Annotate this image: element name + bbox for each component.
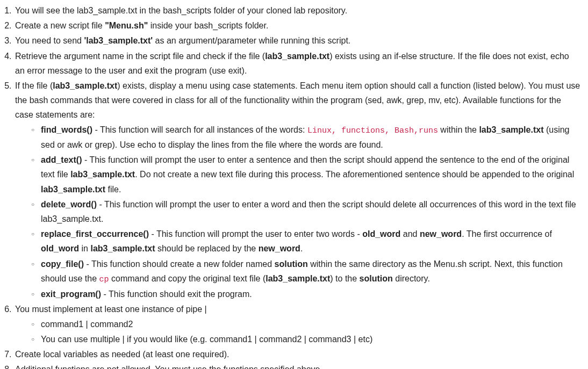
bold-text: new_word	[259, 244, 300, 253]
instruction-item: You must implement at least one instance…	[14, 302, 580, 346]
sub-list-item: exit_program() - This function should ex…	[31, 287, 580, 301]
text: .	[300, 244, 303, 253]
instruction-item: Create local variables as needed (at lea…	[14, 347, 580, 361]
text: file.	[105, 185, 121, 194]
text: You can use multiple | if you would like…	[41, 335, 372, 344]
text: directory.	[393, 274, 430, 283]
sub-list: find_words() - This function will search…	[15, 122, 580, 302]
text: - This function will prompt the user to …	[41, 200, 576, 223]
instruction-item: Create a new script file Menu.sh inside …	[14, 18, 580, 33]
instruction-item: You need to send lab3_sample.txt as an a…	[14, 33, 580, 48]
instruction-item: Additional functions are not allowed. Yo…	[14, 362, 580, 369]
bold-text: copy_file()	[41, 259, 84, 269]
bold-text: old_word	[41, 244, 79, 253]
sub-list-item: command1 | command2	[31, 317, 580, 331]
text: in	[79, 244, 90, 253]
bold-text: lab3_sample.txt	[266, 274, 330, 283]
text: Additional functions are not allowed. Yo…	[15, 365, 322, 369]
text: - This function should exit the program.	[101, 290, 252, 299]
bold-text: solution	[275, 259, 308, 269]
text: You will see the lab3_sample.txt in the …	[15, 6, 347, 15]
sub-list-item: add_text() - This function will prompt t…	[31, 153, 580, 197]
code-text: Linux, functions, Bash,runs	[307, 126, 438, 135]
bold-text: exit_program()	[41, 290, 101, 299]
bold-text: old_word	[362, 229, 400, 238]
instruction-list: You will see the lab3_sample.txt in the …	[1, 3, 580, 369]
code-text: cp	[99, 275, 109, 284]
text: within the	[438, 125, 479, 134]
bold-text: lab3_sample.txt	[479, 125, 543, 134]
text: command1 | command2	[41, 320, 133, 329]
sub-list: command1 | command2You can use multiple …	[15, 317, 580, 346]
bold-text: replace_first_occurrence()	[41, 229, 149, 238]
text: - This function will search for all inst…	[92, 125, 307, 134]
bold-text: lab3_sample.txt	[265, 52, 329, 61]
instruction-item: If the file (lab3_sample.txt) exists, di…	[14, 78, 580, 301]
text: . Do not create a new text file during t…	[135, 170, 574, 179]
text: as an argument/parameter while running t…	[153, 36, 350, 45]
bold-text: lab3_sample.txt	[70, 170, 135, 179]
text: You must implement at least one instance…	[15, 305, 207, 314]
instruction-item: Retrieve the argument name in the script…	[14, 49, 580, 78]
instruction-item: You will see the lab3_sample.txt in the …	[14, 3, 580, 18]
bold-text: lab3_sample.txt	[53, 81, 117, 90]
text: - This function should create a new fold…	[84, 259, 275, 269]
text: Retrieve the argument name in the script…	[15, 52, 265, 61]
text: inside your bash_scripts folder.	[148, 21, 268, 30]
text: Create local variables as needed (at lea…	[15, 350, 229, 359]
sub-list-item: You can use multiple | if you would like…	[31, 332, 580, 346]
bold-text: delete_word()	[41, 200, 97, 209]
text: command and copy the original text file …	[109, 274, 266, 283]
text: . The first occurrence of	[462, 229, 552, 238]
bold-text: Menu.sh	[105, 21, 148, 30]
text: Create a new script file	[15, 21, 105, 30]
text: - This function will prompt the user to …	[149, 229, 362, 238]
bold-text: lab3_sample.txt	[90, 244, 155, 253]
bold-text: add_text()	[41, 155, 82, 164]
text: and	[400, 229, 420, 238]
sub-list-item: replace_first_occurrence() - This functi…	[31, 227, 580, 256]
bold-text: new_word	[420, 229, 462, 238]
sub-list-item: delete_word() - This function will promp…	[31, 197, 580, 226]
text: should be replaced by the	[155, 244, 259, 253]
bold-text: lab3_sample.txt	[84, 36, 153, 45]
sub-list-item: find_words() - This function will search…	[31, 122, 580, 153]
bold-text: lab3_sample.txt	[41, 185, 105, 194]
text: You need to send	[15, 36, 84, 45]
sub-list-item: copy_file() - This function should creat…	[31, 257, 580, 287]
text: ) to the	[330, 274, 359, 283]
bold-text: find_words()	[41, 125, 92, 134]
bold-text: solution	[360, 274, 393, 283]
text: If the file (	[15, 81, 53, 90]
